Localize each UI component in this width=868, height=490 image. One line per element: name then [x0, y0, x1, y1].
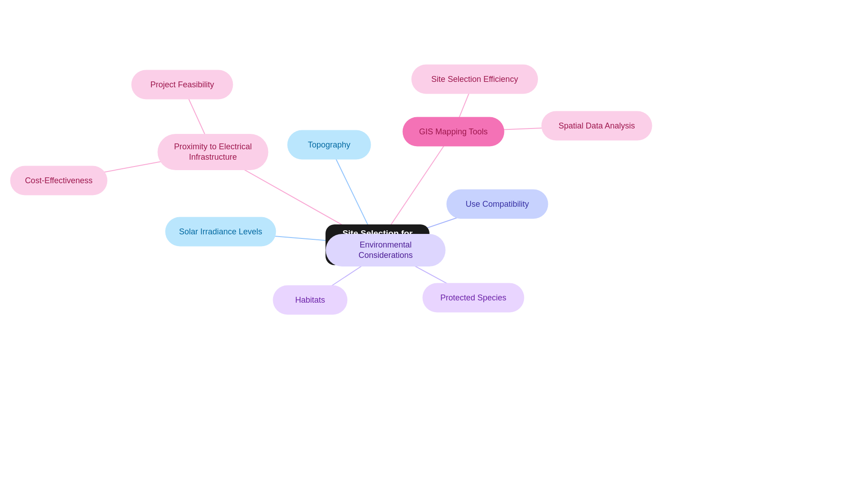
spatial-data-analysis-node[interactable]: Spatial Data Analysis — [542, 111, 652, 141]
project-feasibility-node[interactable]: Project Feasibility — [132, 70, 233, 100]
proximity-electrical-node[interactable]: Proximity to Electrical Infrastructure — [158, 134, 269, 170]
use-compatibility-node[interactable]: Use Compatibility — [447, 190, 548, 219]
gis-mapping-node[interactable]: GIS Mapping Tools — [403, 117, 505, 147]
solar-irradiance-node[interactable]: Solar Irradiance Levels — [165, 217, 276, 247]
environmental-considerations-node[interactable]: Environmental Considerations — [326, 234, 446, 266]
site-selection-efficiency-node[interactable]: Site Selection Efficiency — [411, 65, 538, 94]
protected-species-node[interactable]: Protected Species — [423, 283, 524, 313]
habitats-node[interactable]: Habitats — [273, 285, 348, 315]
topography-node[interactable]: Topography — [288, 130, 371, 160]
cost-effectiveness-node[interactable]: Cost-Effectiveness — [10, 166, 108, 195]
